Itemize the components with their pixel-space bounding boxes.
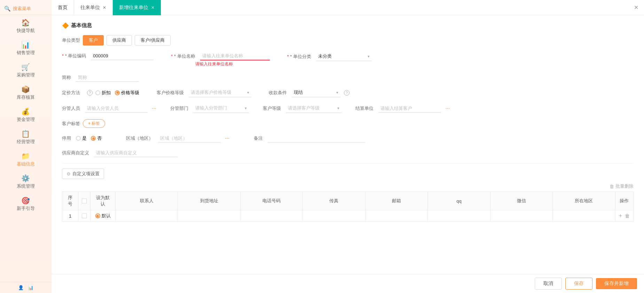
sidebar-item-purchase[interactable]: 🛒 采购管理 [0, 59, 51, 82]
tab-home-label: 首页 [58, 5, 68, 11]
disabled-yes[interactable]: 是 [76, 135, 87, 141]
phone-input[interactable] [244, 213, 299, 219]
cancel-button[interactable]: 取消 [535, 278, 562, 290]
region-more[interactable]: ··· [225, 135, 229, 141]
fax-input[interactable] [306, 213, 361, 219]
sidebar-item-guide[interactable]: 🎯 新手引导 [0, 193, 51, 215]
row-fax[interactable] [303, 210, 365, 222]
sidebar-label: 资金管理 [17, 116, 35, 123]
manager-input[interactable] [85, 104, 148, 113]
price-level-radio[interactable] [115, 90, 120, 95]
remark-input[interactable] [268, 134, 365, 143]
row-actions: + 🗑 [615, 210, 633, 222]
region-label: 区域（地区） [126, 135, 153, 141]
row-phone[interactable] [240, 210, 303, 222]
sidebar-item-system[interactable]: ⚙️ 系统管理 [0, 171, 51, 193]
supplier-custom-input[interactable] [94, 149, 178, 157]
payment-info-icon[interactable]: ? [344, 90, 350, 96]
unit-type-customer[interactable]: 客户 [83, 35, 104, 46]
address-input[interactable] [181, 213, 236, 219]
info-section-icon: 🔶 [62, 22, 69, 29]
contact-input[interactable] [119, 213, 174, 219]
disabled-no-label: 否 [97, 135, 102, 141]
pricing-info-icon[interactable]: ? [87, 90, 93, 96]
sidebar-item-basic[interactable]: 📁 基础信息 [0, 148, 51, 171]
region-input[interactable] [158, 134, 221, 143]
row-address[interactable] [178, 210, 240, 222]
discount-radio[interactable] [95, 90, 100, 95]
payment-label: 收款条件 [269, 90, 287, 96]
manager-more[interactable]: ··· [152, 105, 156, 112]
region-field: 区域（地区） ··· [126, 134, 229, 143]
custom-settings-button[interactable]: ⚙ 自定义项设置 [62, 169, 104, 179]
sidebar-label: 系统管理 [17, 183, 35, 189]
disabled-no[interactable]: 否 [91, 135, 102, 141]
settlement-input[interactable] [378, 104, 441, 113]
row-contact[interactable] [115, 210, 178, 222]
payment-select[interactable]: 现结 ▾ [292, 88, 340, 97]
pricing-discount[interactable]: 折扣 [95, 90, 111, 96]
tab-home[interactable]: 首页 [52, 0, 74, 15]
wechat-input[interactable] [494, 213, 549, 219]
save-new-button[interactable]: 保存并新增 [596, 278, 637, 289]
row-qq[interactable] [428, 210, 490, 222]
tag-add-button[interactable]: + 标签 [83, 119, 105, 128]
settlement-more[interactable]: ··· [445, 105, 450, 112]
tab-partners-label: 往来单位 [80, 5, 100, 11]
sidebar: 🔍 搜索菜单 🏠 快捷导航 📊 销售管理 🛒 采购管理 📦 库存核算 💰 资金管… [0, 0, 52, 293]
row-checkbox-input[interactable] [82, 213, 87, 218]
row-location[interactable] [553, 210, 615, 222]
dept-select[interactable]: 请输入分管部门 ▾ [193, 104, 249, 113]
row-default-radio[interactable]: 默认 [94, 213, 112, 219]
sidebar-item-sales[interactable]: 📊 销售管理 [0, 37, 51, 59]
row-default-circle[interactable] [95, 213, 100, 218]
tab-new-partner-close[interactable]: ✕ [151, 5, 155, 10]
table-header: 序号 设为默认 联系人 到货地址 电话号码 传真 邮箱 qq 微信 所在地区 操… [62, 192, 634, 210]
tab-partners-close[interactable]: ✕ [103, 5, 106, 10]
sidebar-item-inventory[interactable]: 📦 库存核算 [0, 82, 51, 104]
qq-input[interactable] [431, 213, 487, 219]
row-add-icon[interactable]: + [619, 213, 622, 219]
unit-type-supplier[interactable]: 供应商 [107, 35, 132, 46]
short-name-input[interactable] [76, 73, 139, 82]
row-wechat[interactable] [490, 210, 552, 222]
customer-level-select[interactable]: 请选择客户等级 ▾ [286, 104, 341, 113]
unit-type-both[interactable]: 客户/供应商 [135, 35, 171, 46]
pricing-price-level[interactable]: 价格等级 [115, 90, 139, 96]
row-email[interactable] [365, 210, 427, 222]
code-input[interactable] [91, 52, 154, 60]
tab-new-partner-label: 新增往来单位 [119, 5, 148, 11]
name-input[interactable] [200, 52, 270, 60]
section-divider [62, 163, 634, 164]
col-region: 所在地区 [553, 192, 615, 210]
disabled-no-radio[interactable] [91, 136, 96, 141]
batch-delete-button[interactable]: 🗑 批量删除 [610, 183, 634, 189]
row-delete-icon[interactable]: 🗑 [625, 213, 630, 219]
disabled-region-remark-row: 停用 是 否 区域（地区） ··· 备注 [62, 134, 634, 143]
disabled-yes-label: 是 [82, 135, 87, 141]
sidebar-item-quick-nav[interactable]: 🏠 快捷导航 [0, 15, 51, 37]
location-input[interactable] [556, 213, 611, 219]
customer-price-select[interactable]: 请选择客户价格等级 ▾ [189, 88, 251, 97]
code-name-category-row: * * 单位编码 * * 单位名称 请输入往来单位名称 * * 单位分类 未分类… [62, 52, 634, 67]
disabled-yes-radio[interactable] [76, 136, 81, 141]
header-checkbox[interactable] [82, 198, 87, 203]
save-button[interactable]: 保存 [565, 278, 592, 290]
col-seq: 序号 [62, 192, 78, 210]
tab-new-partner[interactable]: 新增往来单位 ✕ [113, 0, 161, 15]
manager-row: 分管人员 ··· 分管部门 请输入分管部门 ▾ 客户等级 请选择客户等级 ▾ 结… [62, 104, 634, 113]
email-input[interactable] [369, 213, 424, 219]
table-row: 1 默认 [62, 210, 634, 222]
tab-bar-close-all[interactable]: ✕ [628, 4, 644, 11]
category-select[interactable]: 未分类 ▾ [316, 52, 372, 61]
footer-bar: 取消 保存 保存并新增 [52, 274, 644, 293]
sidebar-search[interactable]: 🔍 搜索菜单 [0, 3, 51, 15]
sidebar-item-operations[interactable]: 📋 经营管理 [0, 126, 51, 148]
tab-partners[interactable]: 往来单位 ✕ [74, 0, 113, 15]
sidebar-footer-icon2: 📊 [28, 285, 33, 290]
customer-price-label: 客户价格等级 [157, 90, 184, 96]
sidebar-item-finance[interactable]: 💰 资金管理 [0, 104, 51, 126]
tab-bar: 首页 往来单位 ✕ 新增往来单位 ✕ ✕ [52, 0, 644, 15]
supplier-custom-label: 供应商自定义 [62, 150, 89, 156]
sidebar-search-label: 搜索菜单 [13, 6, 31, 12]
